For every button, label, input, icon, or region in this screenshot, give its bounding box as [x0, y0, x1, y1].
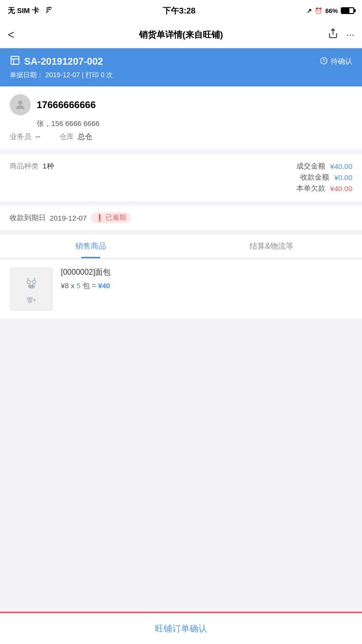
warehouse: 仓库 总仓 [59, 132, 92, 141]
deal-amount-row: 成交金额 ¥40.00 [296, 162, 352, 171]
bottom-bar: 旺铺订单确认 [0, 612, 362, 644]
overdue-text: 已逾期 [106, 213, 126, 222]
svg-point-10 [33, 280, 35, 283]
order-status: 待确认 [320, 57, 352, 66]
svg-point-9 [28, 280, 30, 283]
status-clock-icon [320, 57, 328, 66]
svg-point-6 [18, 100, 23, 105]
confirm-order-button[interactable]: 旺铺订单确认 [145, 619, 217, 638]
info-left: 商品种类 1种 [10, 162, 54, 193]
nav-right-actions: ··· [328, 28, 354, 41]
page-title: 销货单详情(来自旺铺) [139, 29, 223, 41]
customer-row1: 17666666666 [10, 94, 352, 115]
customer-section: 17666666666 张，156 6666 6666 业务员 -- 仓库 总仓 [0, 86, 362, 149]
product-price: ¥8 x 5 包 = ¥40 [61, 281, 111, 291]
due-date-section: 收款到期日 2019-12-07 ❗ 已逾期 [0, 206, 362, 230]
brand-plus-label: 管+ [27, 296, 37, 305]
customer-name: 张，156 6666 6666 [37, 119, 352, 128]
product-name: [0000002]面包 [61, 267, 111, 278]
battery-label: 66% [325, 7, 338, 14]
received-amount-row: 收款金额 ¥0.00 [300, 173, 352, 182]
avatar [10, 94, 31, 115]
info-right: 成交金额 ¥40.00 收款金额 ¥0.00 本单欠款 ¥40.00 [296, 162, 352, 193]
owed-amount-row: 本单欠款 ¥40.00 [296, 184, 352, 193]
more-button[interactable]: ··· [346, 29, 354, 40]
product-item: 管+ [0000002]面包 ¥8 x 5 包 = ¥40 [0, 260, 362, 319]
wifi-icon [42, 7, 52, 15]
order-info-section: 商品种类 1种 成交金额 ¥40.00 收款金额 ¥0.00 本单欠款 ¥40.… [0, 154, 362, 201]
alarm-icon: ⏰ [315, 7, 322, 14]
customer-phone: 17666666666 [37, 99, 96, 111]
status-bar: 无 SIM 卡 下午3:28 ↗ ⏰ 66% [0, 0, 362, 21]
owl-icon [23, 274, 40, 295]
tab-settlement[interactable]: 结算&物流等 [181, 235, 362, 258]
info-grid: 商品种类 1种 成交金额 ¥40.00 收款金额 ¥0.00 本单欠款 ¥40.… [10, 162, 352, 193]
order-date: 单据日期： 2019-12-07 | 打印 0 次 [10, 71, 352, 80]
order-icon [10, 55, 20, 68]
overdue-icon: ❗ [96, 214, 104, 222]
battery-icon [341, 7, 354, 14]
empty-space [0, 319, 362, 415]
nav-bar: < 销货单详情(来自旺铺) ··· [0, 21, 362, 48]
time-display: 下午3:28 [163, 5, 195, 16]
order-number: SA-20191207-002 [10, 55, 103, 68]
status-left: 无 SIM 卡 [8, 6, 52, 15]
sales-person: 业务员 -- [10, 132, 40, 141]
svg-rect-2 [11, 56, 19, 65]
due-date-value: 2019-12-07 [50, 214, 87, 222]
due-date-label: 收款到期日 [10, 213, 46, 223]
product-logo: 管+ [23, 274, 40, 305]
order-header-row1: SA-20191207-002 待确认 [10, 55, 352, 68]
share-button[interactable] [328, 28, 338, 41]
order-header-card: SA-20191207-002 待确认 单据日期： 2019-12-07 | 打… [0, 48, 362, 86]
tabs-section: 销售商品 结算&物流等 [0, 235, 362, 259]
tab-products[interactable]: 销售商品 [0, 235, 181, 258]
product-info: [0000002]面包 ¥8 x 5 包 = ¥40 [61, 267, 111, 291]
location-icon: ↗ [306, 7, 312, 14]
product-type-info: 商品种类 1种 [10, 162, 54, 171]
customer-meta: 业务员 -- 仓库 总仓 [10, 132, 352, 141]
back-button[interactable]: < [8, 24, 18, 45]
carrier-label: 无 SIM 卡 [8, 6, 39, 15]
svg-point-0 [46, 12, 48, 13]
product-thumbnail: 管+ [10, 267, 53, 311]
overdue-badge: ❗ 已逾期 [91, 212, 131, 223]
status-right: ↗ ⏰ 66% [306, 7, 354, 14]
